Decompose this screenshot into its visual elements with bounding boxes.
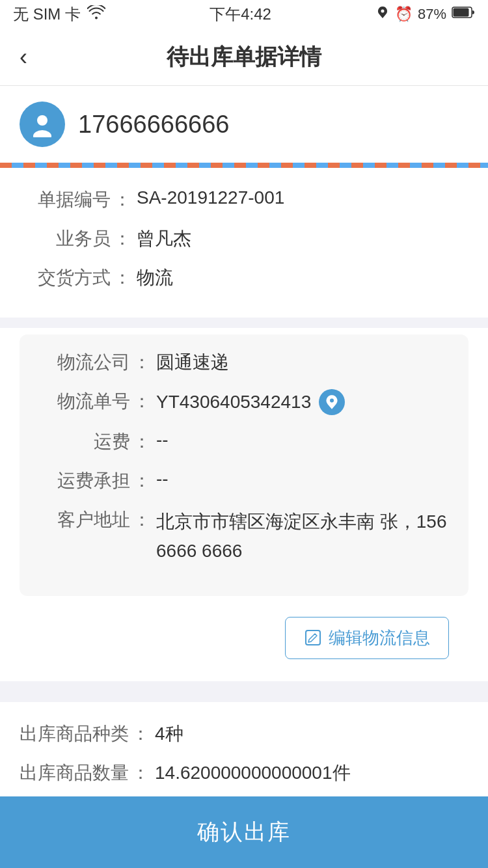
tracking-number-label: 物流单号 bbox=[39, 389, 130, 414]
salesperson-label: 业务员 bbox=[20, 226, 111, 251]
logistics-company-value: 圆通速递 bbox=[156, 350, 449, 375]
edit-logistics-label: 编辑物流信息 bbox=[329, 627, 430, 649]
freight-label: 运费 bbox=[39, 429, 130, 454]
freight-bearer-label: 运费承担 bbox=[39, 468, 130, 493]
goods-type-label: 出库商品种类 bbox=[20, 722, 129, 746]
nav-bar: ‹ 待出库单据详情 bbox=[0, 29, 488, 86]
user-header: 17666666666 bbox=[0, 86, 488, 163]
tracking-number-row: 物流单号 ： YT43064053424​13 bbox=[39, 389, 449, 415]
goods-quantity-value: 14.620000000000001件 bbox=[155, 761, 468, 785]
delivery-method-value: 物流 bbox=[137, 265, 468, 290]
tracking-number-value: YT43064053424​13 bbox=[156, 389, 449, 415]
svg-rect-2 bbox=[454, 8, 469, 17]
salesperson-row: 业务员 ： 曾凡杰 bbox=[20, 226, 468, 251]
avatar bbox=[20, 102, 65, 147]
carrier-text: 无 SIM 卡 bbox=[13, 4, 81, 25]
goods-quantity-label: 出库商品数量 bbox=[20, 761, 129, 785]
goods-quantity-row: 出库商品数量 ： 14.620000000000001件 bbox=[20, 761, 468, 785]
confirm-button-label: 确认出库 bbox=[197, 817, 291, 847]
salesperson-value: 曾凡杰 bbox=[137, 226, 468, 251]
svg-point-3 bbox=[37, 115, 47, 126]
edit-logistics-section: 编辑物流信息 bbox=[20, 606, 468, 675]
edit-logistics-button[interactable]: 编辑物流信息 bbox=[285, 617, 449, 659]
status-left: 无 SIM 卡 bbox=[13, 4, 105, 25]
wifi-icon bbox=[87, 5, 105, 23]
logistics-company-label: 物流公司 bbox=[39, 350, 130, 375]
time-text: 下午4:42 bbox=[210, 4, 271, 25]
svg-point-5 bbox=[330, 399, 334, 403]
logistics-outer-section: 物流公司 ： 圆通速递 物流单号 ： YT43064053424​13 bbox=[0, 328, 488, 681]
freight-value: -- bbox=[156, 429, 449, 450]
location-active-icon bbox=[375, 5, 390, 23]
goods-type-value: 4种 bbox=[155, 722, 468, 746]
tracking-location-icon[interactable] bbox=[319, 389, 345, 415]
address-label: 客户地址 bbox=[39, 508, 130, 532]
document-number-label: 单据编号 bbox=[20, 187, 111, 212]
svg-point-4 bbox=[33, 130, 51, 137]
delivery-method-row: 交货方式 ： 物流 bbox=[20, 265, 468, 290]
document-number-value: SA-20191227-001 bbox=[137, 187, 468, 208]
address-value: 北京市市辖区海淀区永丰南 张，156 6666 6666 bbox=[156, 508, 449, 566]
address-row: 客户地址 ： 北京市市辖区海淀区永丰南 张，156 6666 6666 bbox=[39, 508, 449, 566]
user-phone: 17666666666 bbox=[78, 111, 229, 139]
confirm-bar[interactable]: 确认出库 bbox=[0, 796, 488, 868]
battery-text: 87% bbox=[418, 6, 446, 23]
back-button[interactable]: ‹ bbox=[20, 44, 27, 71]
freight-bearer-row: 运费承担 ： -- bbox=[39, 468, 449, 493]
section-divider bbox=[0, 692, 488, 702]
logistics-company-row: 物流公司 ： 圆通速递 bbox=[39, 350, 449, 375]
alarm-icon: ⏰ bbox=[395, 6, 413, 23]
page-title: 待出库单据详情 bbox=[167, 42, 321, 72]
goods-type-row: 出库商品种类 ： 4种 bbox=[20, 722, 468, 746]
battery-icon bbox=[452, 6, 475, 23]
delivery-method-label: 交货方式 bbox=[20, 265, 111, 290]
freight-row: 运费 ： -- bbox=[39, 429, 449, 454]
svg-point-0 bbox=[381, 10, 384, 13]
freight-bearer-value: -- bbox=[156, 468, 449, 489]
status-bar: 无 SIM 卡 下午4:42 ⏰ 87% bbox=[0, 0, 488, 29]
svg-rect-6 bbox=[306, 631, 320, 645]
status-right: ⏰ 87% bbox=[375, 5, 475, 23]
dashed-divider bbox=[0, 163, 488, 168]
logistics-card: 物流公司 ： 圆通速递 物流单号 ： YT43064053424​13 bbox=[20, 334, 468, 596]
basic-info-section: 单据编号 ： SA-20191227-001 业务员 ： 曾凡杰 交货方式 ： … bbox=[0, 168, 488, 318]
document-number-row: 单据编号 ： SA-20191227-001 bbox=[20, 187, 468, 212]
